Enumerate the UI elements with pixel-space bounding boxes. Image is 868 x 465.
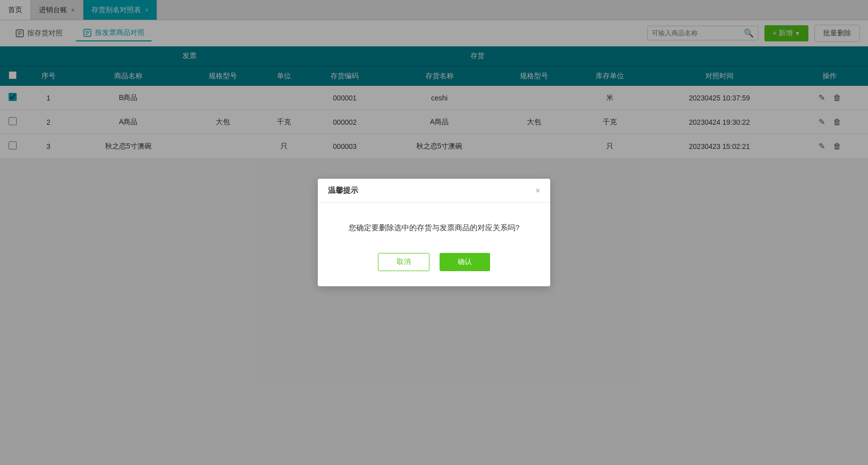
dialog-footer: 取消 确认 xyxy=(318,248,550,286)
dialog-message: 您确定要删除选中的存货与发票商品的对应关系吗? xyxy=(349,223,519,232)
dialog-title: 温馨提示 xyxy=(328,186,358,195)
cancel-button[interactable]: 取消 xyxy=(378,253,429,271)
dialog-close-button[interactable]: × xyxy=(536,187,540,195)
dialog-header: 温馨提示 × xyxy=(318,179,550,203)
dialog-body: 您确定要删除选中的存货与发票商品的对应关系吗? xyxy=(318,203,550,248)
dialog: 温馨提示 × 您确定要删除选中的存货与发票商品的对应关系吗? 取消 确认 xyxy=(318,179,550,286)
dialog-overlay: 温馨提示 × 您确定要删除选中的存货与发票商品的对应关系吗? 取消 确认 xyxy=(0,0,868,465)
confirm-button[interactable]: 确认 xyxy=(440,253,490,271)
